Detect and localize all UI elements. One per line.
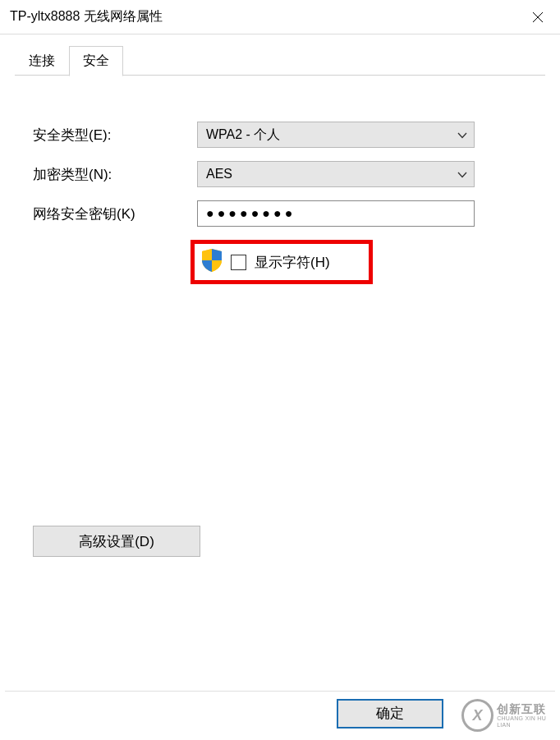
titlebar: TP-yltx8888 无线网络属性	[0, 0, 560, 34]
ok-button[interactable]: 确定	[337, 699, 443, 729]
watermark-cn: 创新互联	[497, 703, 560, 715]
close-icon	[532, 11, 544, 23]
encrypt-type-label: 加密类型(N):	[33, 165, 197, 184]
encrypt-type-select[interactable]: AES	[197, 161, 475, 187]
watermark-en: CHUANG XIN HU LIAN	[497, 715, 560, 728]
row-encrypt-type: 加密类型(N): AES	[33, 161, 527, 187]
tab-security[interactable]: 安全	[69, 46, 123, 76]
network-key-label: 网络安全密钥(K)	[33, 205, 197, 223]
chevron-down-icon	[457, 127, 467, 142]
tab-row: 连接 安全	[0, 34, 560, 76]
window-title: TP-yltx8888 无线网络属性	[10, 8, 163, 25]
security-type-label: 安全类型(E):	[33, 126, 197, 145]
shield-icon	[201, 248, 223, 276]
content-area: 安全类型(E): WPA2 - 个人 加密类型(N): AES 网络安全密钥(K…	[0, 76, 560, 284]
watermark-text: 创新互联 CHUANG XIN HU LIAN	[497, 703, 560, 729]
watermark-logo-icon: X	[461, 699, 493, 732]
highlight-box: 显示字符(H)	[190, 240, 373, 284]
watermark: X 创新互联 CHUANG XIN HU LIAN	[461, 697, 560, 733]
row-security-type: 安全类型(E): WPA2 - 个人	[33, 122, 527, 148]
chevron-down-icon	[457, 167, 467, 182]
close-button[interactable]	[515, 0, 560, 34]
network-key-input[interactable]: ●●●●●●●●	[197, 200, 475, 227]
show-characters-checkbox[interactable]	[231, 255, 246, 270]
encrypt-type-value: AES	[206, 167, 232, 182]
security-type-select[interactable]: WPA2 - 个人	[197, 122, 475, 148]
row-network-key: 网络安全密钥(K) ●●●●●●●●	[33, 200, 527, 227]
network-key-value: ●●●●●●●●	[206, 206, 296, 221]
show-characters-label: 显示字符(H)	[255, 253, 330, 272]
tab-connect[interactable]: 连接	[15, 46, 69, 76]
security-type-value: WPA2 - 个人	[206, 126, 280, 144]
advanced-settings-button[interactable]: 高级设置(D)	[33, 526, 200, 557]
